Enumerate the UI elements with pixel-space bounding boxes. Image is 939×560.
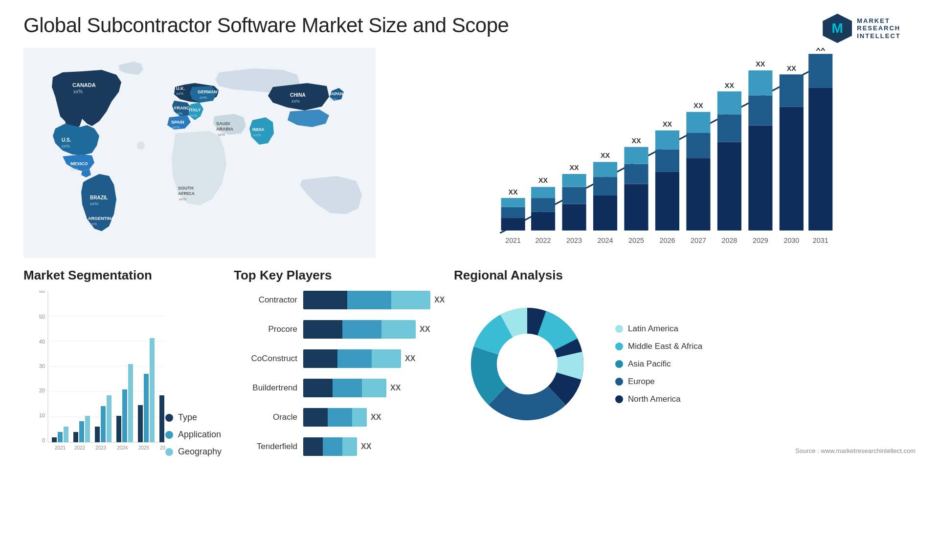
svg-text:20: 20 xyxy=(39,388,45,393)
svg-text:xx%: xx% xyxy=(176,91,183,96)
svg-rect-77 xyxy=(748,95,772,125)
svg-rect-68 xyxy=(686,112,710,133)
svg-text:XX: XX xyxy=(693,102,703,109)
svg-rect-107 xyxy=(73,432,78,442)
player-bar-tenderfield: XX xyxy=(303,437,439,456)
svg-text:xx%: xx% xyxy=(253,133,261,137)
svg-text:ARABIA: ARABIA xyxy=(216,127,233,131)
player-name-buildertrend: Buildertrend xyxy=(234,383,297,393)
svg-text:2030: 2030 xyxy=(783,237,799,244)
legend-asia-pacific-dot xyxy=(615,360,623,368)
player-xx-oracle: XX xyxy=(371,413,381,422)
legend-middle-east-dot xyxy=(615,343,623,350)
legend-application-label: Application xyxy=(178,430,221,440)
world-map: CANADA xx% U.S. xx% MEXICO xx% BRAZIL xx… xyxy=(23,48,376,258)
svg-text:2024: 2024 xyxy=(117,445,128,451)
svg-text:CANADA: CANADA xyxy=(72,82,96,88)
svg-text:xx%: xx% xyxy=(89,222,97,226)
logo-text: MARKET RESEARCH INTELLECT xyxy=(857,17,901,40)
top-section: CANADA xx% U.S. xx% MEXICO xx% BRAZIL xx… xyxy=(0,48,939,258)
player-xx-tenderfield: XX xyxy=(361,442,371,451)
legend-type: Type xyxy=(165,412,222,423)
regional-title: Regional Analysis xyxy=(454,268,916,283)
svg-rect-81 xyxy=(780,107,804,231)
svg-text:SPAIN: SPAIN xyxy=(171,120,184,125)
svg-rect-46 xyxy=(562,204,586,230)
svg-rect-62 xyxy=(655,150,679,172)
svg-text:2021: 2021 xyxy=(505,237,521,244)
svg-text:xx%: xx% xyxy=(175,111,182,116)
svg-rect-85 xyxy=(808,54,832,88)
svg-rect-63 xyxy=(655,130,679,150)
legend-asia-pacific-label: Asia Pacific xyxy=(628,359,671,369)
player-row-procore: Procore XX xyxy=(234,320,439,339)
svg-text:U.K.: U.K. xyxy=(176,86,185,91)
svg-text:2026: 2026 xyxy=(160,445,165,451)
svg-text:ARGENTINA: ARGENTINA xyxy=(88,216,114,221)
legend-middle-east-label: Middle East & Africa xyxy=(628,342,702,351)
svg-text:xx%: xx% xyxy=(172,125,179,129)
svg-rect-52 xyxy=(593,177,617,195)
svg-text:2022: 2022 xyxy=(74,445,86,451)
svg-text:AFRICA: AFRICA xyxy=(178,191,195,196)
svg-text:INDIA: INDIA xyxy=(252,127,265,132)
svg-rect-57 xyxy=(624,164,648,184)
svg-rect-58 xyxy=(624,147,648,164)
svg-text:2022: 2022 xyxy=(536,237,551,244)
svg-text:xx%: xx% xyxy=(90,201,98,206)
svg-rect-61 xyxy=(655,172,679,231)
svg-point-132 xyxy=(497,334,558,394)
legend-asia-pacific: Asia Pacific xyxy=(615,359,702,369)
player-bar-oracle: XX xyxy=(303,408,439,427)
segmentation-legend: Type Application Geography xyxy=(165,408,222,457)
segmentation-chart: 60 50 40 30 20 10 0 xyxy=(23,291,151,457)
svg-point-33 xyxy=(137,142,145,150)
svg-text:2027: 2027 xyxy=(691,237,706,244)
regional-section: Regional Analysis xyxy=(454,268,916,532)
svg-rect-51 xyxy=(593,195,617,231)
svg-rect-111 xyxy=(95,427,100,442)
svg-rect-108 xyxy=(79,421,84,442)
player-bar-contractor: XX xyxy=(303,291,445,309)
segmentation-chart-area: 60 50 40 30 20 10 0 xyxy=(23,291,219,457)
legend-north-america-label: North America xyxy=(628,394,681,404)
svg-rect-37 xyxy=(501,207,525,218)
svg-text:BRAZIL: BRAZIL xyxy=(90,195,108,200)
svg-rect-42 xyxy=(531,198,555,212)
key-players-section: Top Key Players Contractor XX Procore xyxy=(234,268,439,532)
svg-rect-119 xyxy=(138,405,143,442)
svg-text:XX: XX xyxy=(787,65,797,72)
player-row-contractor: Contractor XX xyxy=(234,291,439,309)
svg-rect-109 xyxy=(85,416,90,442)
svg-rect-71 xyxy=(717,142,741,230)
player-row-coconstruct: CoConstruct XX xyxy=(234,349,439,368)
player-bar-coconstruct: XX xyxy=(303,349,439,368)
svg-text:xx%: xx% xyxy=(179,197,186,201)
svg-rect-116 xyxy=(122,389,127,442)
svg-text:xx%: xx% xyxy=(62,144,70,149)
legend-north-america-dot xyxy=(615,395,623,403)
svg-text:2026: 2026 xyxy=(660,237,675,244)
svg-text:2031: 2031 xyxy=(813,237,828,244)
svg-text:XX: XX xyxy=(538,176,548,184)
svg-text:GERMANY: GERMANY xyxy=(198,89,220,94)
logo-icon: M xyxy=(823,14,852,43)
svg-text:2023: 2023 xyxy=(566,237,582,244)
svg-text:xx%: xx% xyxy=(73,89,83,94)
key-players-title: Top Key Players xyxy=(234,268,439,283)
legend-geography-label: Geography xyxy=(178,447,222,457)
segmentation-title: Market Segmentation xyxy=(23,268,219,283)
svg-rect-48 xyxy=(562,174,586,187)
seg-chart-svg: 60 50 40 30 20 10 0 xyxy=(23,291,165,467)
legend-geography: Geography xyxy=(165,447,222,457)
svg-text:XX: XX xyxy=(725,82,735,89)
svg-rect-73 xyxy=(717,91,741,114)
svg-text:10: 10 xyxy=(39,412,45,418)
svg-text:2021: 2021 xyxy=(55,445,66,451)
legend-application-dot xyxy=(165,431,173,439)
svg-rect-117 xyxy=(128,364,133,442)
svg-text:2025: 2025 xyxy=(628,237,644,244)
svg-text:XX: XX xyxy=(601,151,610,159)
player-xx-coconstruct: XX xyxy=(405,354,415,363)
svg-text:30: 30 xyxy=(39,363,45,369)
